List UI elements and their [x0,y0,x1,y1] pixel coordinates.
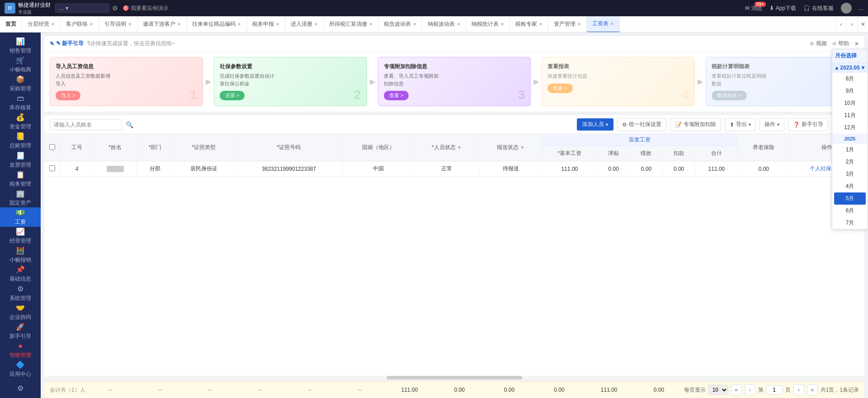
tab-salary[interactable]: 工资表✕ [587,16,620,33]
close-icon[interactable]: ✕ [539,22,542,27]
tab-kehu[interactable]: 客户联络✕ [61,16,99,33]
month-item-11[interactable]: 11月 [832,109,868,122]
sidebar-item-collab[interactable]: 🤝 企业协同 [0,303,41,322]
horizontal-scrollbar[interactable] [44,376,864,379]
close-icon[interactable]: ✕ [413,22,416,27]
special-deduction-button[interactable]: 📝 专项附加扣除 [670,118,721,131]
close-icon[interactable]: ✕ [177,22,181,27]
unified-settings-button[interactable]: ⚙ 统一社保设置 [617,118,666,131]
message-button[interactable]: ✉ 消息 99+ [745,5,762,12]
close-icon[interactable]: ✕ [369,22,373,27]
sidebar-item-management[interactable]: 📈 经营管理 [0,227,41,246]
personal-insurance-button[interactable]: 个人社保 [810,165,831,173]
settings-icon[interactable]: ⚙ [112,5,118,12]
operations-button[interactable]: 操作 ▾ [760,118,784,131]
close-icon[interactable]: ✕ [314,22,318,27]
sidebar-item-salary[interactable]: 💵 工资 [0,207,41,226]
sidebar-item-ledger[interactable]: 📒 总账管理 [0,131,41,150]
sidebar-item-basic-info[interactable]: 📌 基础信息 [0,265,41,284]
month-item-6[interactable]: 6月 [832,205,868,217]
sidebar-item-sales[interactable]: 📊 销售管理 [0,36,41,55]
month-item-3[interactable]: 3月 [832,168,868,180]
close-icon[interactable]: ✕ [90,22,93,27]
month-item-2[interactable]: 2月 [832,156,868,168]
app-download-button[interactable]: ⬇ App下载 [769,5,796,12]
tab-shufu[interactable]: 税负波动表✕ [378,16,422,33]
sidebar-item-guide[interactable]: 🚀 新手引导 [0,322,41,341]
tab-next-button[interactable]: › [846,16,857,33]
online-service-button[interactable]: 🎧 在线客服 [803,5,834,12]
step-5-button[interactable]: 敬请期待 > [712,91,746,100]
scroll-thumb[interactable] [387,376,522,379]
next-page-button[interactable]: › [793,384,804,395]
prev-page-button[interactable]: ‹ [745,384,755,395]
sidebar-item-purchase[interactable]: 📦 采购管理 [0,74,41,93]
sidebar-item-inventory[interactable]: 🗃 库存核算 [0,93,41,112]
close-icon[interactable]: ✕ [457,22,460,27]
tab-commodity[interactable]: 往来单位商品编码✕ [187,16,247,33]
month-item-12[interactable]: 12月 [832,122,868,134]
month-item-5-active[interactable]: 5月 [834,192,866,205]
month-picker-down-icon[interactable]: ▼ [860,65,866,71]
last-page-button[interactable]: » [807,384,818,395]
month-item-10[interactable]: 10月 [832,97,868,109]
sidebar-item-tax[interactable]: 📋 税务管理 [0,169,41,188]
add-person-button[interactable]: 添加人员 ▾ [577,118,613,131]
sidebar-item-system[interactable]: ⚙ 系统管理 [0,284,41,303]
export-button[interactable]: ⬆ 导出 ▾ [725,118,756,131]
tab-shuijian[interactable]: 税检专家✕ [510,16,548,33]
search-input[interactable] [50,119,122,130]
tab-suode[interactable]: 所得税汇算清缴✕ [324,16,378,33]
close-icon[interactable]: ✕ [577,22,581,27]
new-guide-button[interactable]: ❓ 新手引导 [788,118,828,131]
close-icon[interactable]: ✕ [237,22,241,27]
step-1-button[interactable]: 导入 > [56,91,80,100]
month-item-1[interactable]: 1月 [832,144,868,156]
avatar[interactable] [841,3,852,14]
month-item-7[interactable]: 7月 [832,217,868,229]
select-all-checkbox[interactable] [49,144,55,150]
sidebar-item-ai[interactable]: ● 智能管理 [0,341,41,360]
step-4-button[interactable]: 查看 > [547,84,572,93]
close-icon[interactable]: ✕ [500,22,504,27]
tab-tax[interactable]: 税务申报✕ [247,16,285,33]
tab-invite[interactable]: 邀请下游客户✕ [137,16,187,33]
close-icon[interactable]: ✕ [276,22,279,27]
sidebar-item-ecommerce[interactable]: 🛒 小畅电商 [0,55,41,74]
sidebar-item-expense[interactable]: 🧮 小畅报销 [0,246,41,265]
close-icon[interactable]: ✕ [51,22,55,27]
tab-prev-button[interactable]: ‹ [835,16,846,33]
guide-help-link[interactable]: ⊙ 帮助 [832,40,849,47]
page-input[interactable] [766,385,783,394]
month-picker-up-icon[interactable]: ▲ [834,65,840,71]
tab-home[interactable]: 首页 [0,16,22,33]
demo-link[interactable]: 🎯 我要看实例演示 [123,5,169,12]
report-filter-icon[interactable]: ▼ [520,145,525,150]
step-2-button[interactable]: 设置 > [220,91,245,100]
sidebar-item-fixed-assets[interactable]: 🏢 固定资产 [0,188,41,207]
sidebar-item-settings[interactable]: ⚙ [0,379,41,398]
tab-납세[interactable]: 纳税波动表✕ [422,16,466,33]
tab-yindao[interactable]: 引导说明✕ [99,16,137,33]
month-item-8[interactable]: 8月 [832,73,868,85]
company-selector[interactable]: ... ▾ [55,4,109,13]
tab-close-all-button[interactable]: ✕ [857,16,868,33]
month-item-9[interactable]: 9月 [832,85,868,97]
sidebar-item-finance[interactable]: 💰 资金管理 [0,112,41,131]
step-3-button[interactable]: 查看 > [384,91,409,100]
search-button[interactable]: 🔍 [126,121,133,128]
guide-close-button[interactable]: ✕ [854,41,859,47]
status-filter-icon[interactable]: ▼ [457,145,462,150]
first-page-button[interactable]: « [731,384,742,395]
page-size-select[interactable]: 10 20 50 [708,385,728,395]
close-icon[interactable]: ✕ [128,22,132,27]
sidebar-item-appstore[interactable]: 🔷 应用中心 [0,360,41,379]
tab-assets[interactable]: 资产管理✕ [548,16,587,33]
tab-nashtax[interactable]: 纳税统计表✕ [466,16,510,33]
row-select-checkbox[interactable] [49,165,55,171]
guide-video-link[interactable]: ⊙ 视频 [810,40,826,47]
month-item-4[interactable]: 4月 [832,180,868,192]
tab-qingce[interactable]: 进入清册✕ [285,16,324,33]
close-icon[interactable]: ✕ [610,21,614,26]
tab-feneng[interactable]: 分层经营✕ [22,16,61,33]
